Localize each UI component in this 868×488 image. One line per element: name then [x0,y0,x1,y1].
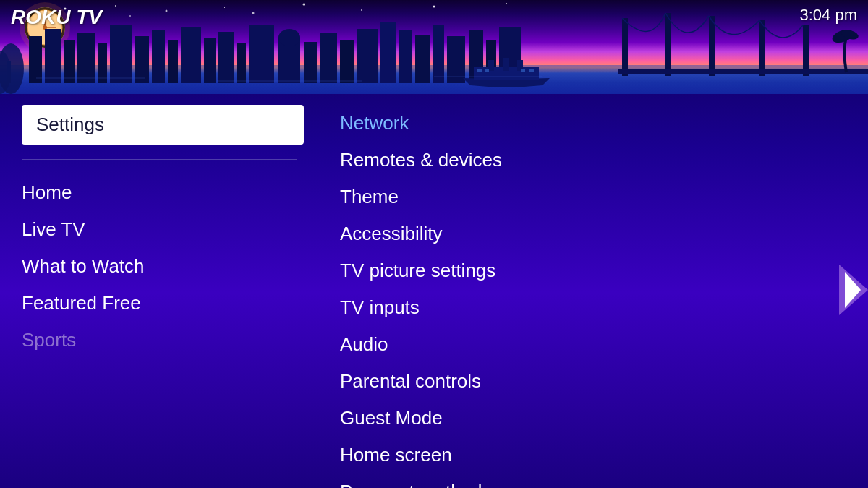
settings-menu-accessibility[interactable]: Accessibility [340,215,846,252]
settings-menu-guest[interactable]: Guest Mode [340,400,846,437]
svg-rect-28 [135,36,149,83]
svg-rect-23 [45,29,61,83]
svg-rect-34 [237,43,246,83]
svg-rect-63 [529,69,534,72]
svg-rect-42 [380,22,396,83]
nav-item-featuredfree[interactable]: Featured Free [22,285,304,322]
svg-rect-54 [803,25,809,76]
settings-menu-network[interactable]: Network [340,105,846,142]
chevron-right-icon[interactable] [839,265,868,315]
nav-item-whattowatch[interactable]: What to Watch [22,248,304,285]
main-content: Settings Home Live TV What to Watch Feat… [0,94,868,488]
settings-box: Settings [22,105,304,145]
svg-rect-39 [320,33,337,83]
nav-item-livetv[interactable]: Live TV [22,211,304,248]
nav-item-home[interactable]: Home [22,174,304,211]
roku-logo: ROKU TV [11,6,102,29]
settings-menu-payment[interactable]: Payment method [340,474,846,488]
svg-rect-41 [357,29,378,83]
svg-rect-58 [503,58,509,71]
settings-menu-homescreen[interactable]: Home screen [340,437,846,474]
svg-rect-26 [98,43,107,83]
svg-rect-57 [488,60,494,71]
left-panel: Settings Home Live TV What to Watch Feat… [22,105,326,477]
svg-point-37 [278,29,300,46]
svg-rect-46 [447,36,465,83]
right-panel: Network Remotes & devices Theme Accessib… [326,105,846,477]
svg-rect-35 [249,25,274,83]
svg-rect-60 [477,69,482,72]
svg-rect-44 [415,35,430,83]
svg-rect-31 [181,27,201,83]
svg-rect-43 [399,30,412,83]
svg-rect-21 [7,61,11,83]
svg-rect-30 [168,40,178,83]
svg-rect-24 [64,40,75,83]
svg-rect-29 [152,30,165,83]
svg-point-9 [506,3,507,4]
svg-rect-45 [433,25,444,83]
svg-rect-59 [517,60,523,71]
arrow-right-container [839,265,868,318]
settings-menu-tv-inputs[interactable]: TV inputs [340,289,846,326]
settings-menu-theme[interactable]: Theme [340,179,846,215]
settings-menu-parental[interactable]: Parental controls [340,363,846,400]
svg-rect-40 [340,40,354,83]
time-display: 3:04 pm [800,6,858,25]
settings-menu-tv-picture[interactable]: TV picture settings [340,252,846,289]
svg-rect-32 [204,38,216,83]
logo-text: ROKU TV [11,6,102,29]
svg-rect-62 [521,69,525,72]
settings-title: Settings [36,114,104,135]
settings-menu-audio[interactable]: Audio [340,326,846,363]
svg-rect-25 [77,33,95,83]
settings-menu-remotes[interactable]: Remotes & devices [340,142,846,179]
nav-item-sports[interactable]: Sports [22,322,304,359]
svg-rect-61 [485,69,489,72]
nav-divider [22,159,297,160]
svg-rect-33 [218,32,234,83]
svg-rect-27 [110,25,132,83]
header: ROKU TV 3:04 pm [0,6,868,29]
svg-rect-55 [618,69,868,74]
svg-rect-22 [29,36,42,83]
svg-rect-38 [304,42,317,83]
